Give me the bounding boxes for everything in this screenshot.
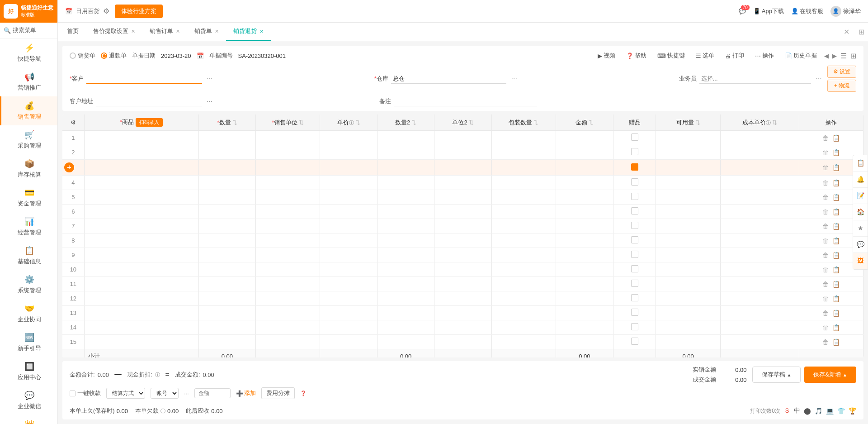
row-copy-8[interactable]: 📋 [832,237,840,244]
product-input-active[interactable] [86,164,197,171]
sidebar-item-wechat[interactable]: 💬 企业微信 [0,386,57,415]
row-product-4[interactable] [84,176,198,190]
row-qty2-2[interactable] [377,145,434,160]
row-available-2[interactable] [656,145,720,160]
row-qty-8[interactable] [198,233,255,248]
account-select[interactable]: 账号 [151,388,179,399]
row-available-14[interactable] [656,320,720,335]
gift-checkbox-10[interactable] [631,265,638,272]
gift-checkbox-5[interactable] [631,193,638,200]
row-price-7[interactable] [320,219,377,233]
logistics-side-btn[interactable]: + 物流 [827,80,856,92]
sidebar-item-finance[interactable]: 💳 资金管理 [0,183,57,212]
row-copy-13[interactable]: 📋 [832,310,840,317]
online-service-button[interactable]: 👤 在线客服 [791,7,823,15]
tab-sales-order-close[interactable]: ✕ [176,29,180,34]
row-product-6[interactable] [84,205,198,219]
sidebar-item-shortcut[interactable]: ⚡ 快捷导航 [0,38,57,67]
row-product-10[interactable] [84,262,198,277]
note-input[interactable] [394,96,537,106]
row-price-9[interactable] [320,248,377,262]
toolbar-print[interactable]: 🖨 打印 [722,50,748,61]
address-picker[interactable]: ··· [205,97,214,105]
sidebar-item-operations[interactable]: 📊 经营管理 [0,212,57,241]
row-cost-12[interactable] [720,291,799,306]
add-row-button[interactable]: + [64,162,74,172]
cta-button[interactable]: 体验行业方案 [115,5,163,18]
customer-input[interactable] [86,74,202,84]
row-qty2-10[interactable] [377,262,434,277]
row-qty-9[interactable] [198,248,255,262]
gift-checkbox-4[interactable] [631,178,638,186]
float-btn-6[interactable]: 💬 [853,237,868,253]
gift-checkbox-11[interactable] [631,280,638,287]
row-unit2-13[interactable] [434,306,491,320]
toolbar-video[interactable]: ▶ 视频 [594,50,619,61]
row-pkg-qty-1[interactable] [491,131,556,145]
row-qty-5[interactable] [198,190,255,205]
row-copy-9[interactable]: 📋 [832,252,840,259]
row-available-12[interactable] [656,291,720,306]
address-input[interactable] [96,96,202,106]
row-unit-15[interactable] [256,335,320,349]
row-available-9[interactable] [656,248,720,262]
gift-checkbox-13[interactable] [631,309,638,316]
row-qty-3[interactable] [198,160,255,176]
warehouse-picker[interactable]: ··· [509,75,519,83]
row-pkg-qty-12[interactable] [491,291,556,306]
row-cost-15[interactable] [720,335,799,349]
float-btn-2[interactable]: 🔔 [853,172,868,188]
settings-icon[interactable]: ⚙ [103,7,109,15]
row-unit2-4[interactable] [434,176,491,190]
gift-checkbox-1[interactable] [631,133,638,141]
row-unit-7[interactable] [256,219,320,233]
row-copy-3[interactable]: 📋 [832,164,840,171]
row-qty2-12[interactable] [377,291,434,306]
row-unit-2[interactable] [256,145,320,160]
row-qty-15[interactable] [198,335,255,349]
row-qty-11[interactable] [198,277,255,291]
row-amount-1[interactable] [556,131,613,145]
view-list-icon[interactable]: ☰ [840,52,847,60]
row-pkg-qty-3[interactable] [491,160,556,176]
row-unit2-5[interactable] [434,190,491,205]
row-pkg-qty-2[interactable] [491,145,556,160]
float-btn-1[interactable]: 📋 [853,155,868,172]
row-qty2-4[interactable] [377,176,434,190]
row-available-1[interactable] [656,131,720,145]
row-product-8[interactable] [84,233,198,248]
one-click-collect-checkbox[interactable]: 一键收款 [70,389,101,397]
row-available-13[interactable] [656,306,720,320]
row-qty2-3[interactable] [377,160,434,176]
expense-split-button[interactable]: 费用分摊 [261,387,295,399]
row-unit-3[interactable] [256,160,320,176]
row-unit2-8[interactable] [434,233,491,248]
row-qty2-5[interactable] [377,190,434,205]
gift-checkbox-15[interactable] [631,338,638,345]
row-unit2-9[interactable] [434,248,491,262]
row-amount-7[interactable] [556,219,613,233]
row-pkg-qty-8[interactable] [491,233,556,248]
row-price-14[interactable] [320,320,377,335]
toolbar-operations[interactable]: ⋯ 操作 [751,50,778,61]
row-copy-15[interactable]: 📋 [832,338,840,346]
row-price-3[interactable] [320,160,377,176]
row-qty-6[interactable] [198,205,255,219]
user-menu[interactable]: 👤 徐泽华 [830,6,861,17]
tab-delivery[interactable]: 销货单 ✕ [187,23,226,41]
row-available-11[interactable] [656,277,720,291]
row-available-15[interactable] [656,335,720,349]
row-delete-5[interactable]: 🗑 [822,194,829,201]
sidebar-item-marketing[interactable]: 📢 营销推广 [0,67,57,96]
row-delete-15[interactable]: 🗑 [822,338,829,346]
row-qty2-6[interactable] [377,205,434,219]
row-delete-11[interactable]: 🗑 [822,281,829,288]
row-price-4[interactable] [320,176,377,190]
float-btn-3[interactable]: 📝 [853,188,868,204]
row-delete-4[interactable]: 🗑 [822,179,829,186]
row-copy-2[interactable]: 📋 [832,149,840,156]
row-cost-1[interactable] [720,131,799,145]
row-delete-2[interactable]: 🗑 [822,149,829,156]
row-copy-12[interactable]: 📋 [832,295,840,302]
row-delete-6[interactable]: 🗑 [822,208,829,215]
